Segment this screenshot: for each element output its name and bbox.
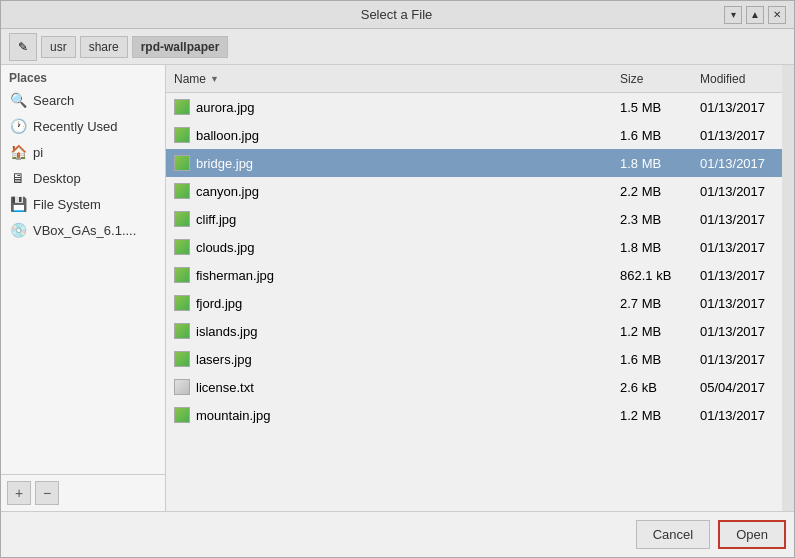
sidebar-item-filesystem-label: File System	[33, 197, 101, 212]
maximize-button[interactable]: ▲	[746, 6, 764, 24]
edit-icon: ✎	[18, 40, 28, 54]
file-size-cell: 1.6 MB	[612, 352, 692, 367]
text-file-icon	[174, 379, 190, 395]
file-name: balloon.jpg	[196, 128, 259, 143]
file-modified-cell: 01/13/2017	[692, 324, 782, 339]
scrollbar[interactable]	[782, 65, 794, 511]
home-icon: 🏠	[9, 144, 27, 160]
table-row[interactable]: lasers.jpg 1.6 MB 01/13/2017	[166, 345, 782, 373]
image-file-icon	[174, 211, 190, 227]
titlebar: Select a File ▾ ▲ ✕	[1, 1, 794, 29]
image-file-icon	[174, 323, 190, 339]
remove-bookmark-button[interactable]: −	[35, 481, 59, 505]
file-size-cell: 2.7 MB	[612, 296, 692, 311]
file-name-cell: cliff.jpg	[166, 211, 612, 227]
image-file-icon	[174, 155, 190, 171]
file-name: lasers.jpg	[196, 352, 252, 367]
file-modified-cell: 05/04/2017	[692, 380, 782, 395]
image-file-icon	[174, 239, 190, 255]
breadcrumb-usr[interactable]: usr	[41, 36, 76, 58]
table-row[interactable]: cliff.jpg 2.3 MB 01/13/2017	[166, 205, 782, 233]
sidebar-item-search-label: Search	[33, 93, 74, 108]
file-size-cell: 1.5 MB	[612, 100, 692, 115]
file-area: Name ▼ Size Modified aurora.jpg 1.5 MB 0…	[166, 65, 782, 511]
file-modified-cell: 01/13/2017	[692, 100, 782, 115]
sidebar-item-vbox[interactable]: 💿 VBox_GAs_6.1....	[1, 217, 165, 243]
file-size-cell: 2.6 kB	[612, 380, 692, 395]
image-file-icon	[174, 127, 190, 143]
file-name-cell: clouds.jpg	[166, 239, 612, 255]
file-modified-cell: 01/13/2017	[692, 156, 782, 171]
breadcrumb-share[interactable]: share	[80, 36, 128, 58]
table-row[interactable]: aurora.jpg 1.5 MB 01/13/2017	[166, 93, 782, 121]
search-icon: 🔍	[9, 92, 27, 108]
file-name: fjord.jpg	[196, 296, 242, 311]
file-name-cell: lasers.jpg	[166, 351, 612, 367]
file-name-cell: bridge.jpg	[166, 155, 612, 171]
file-size-cell: 1.6 MB	[612, 128, 692, 143]
file-modified-cell: 01/13/2017	[692, 352, 782, 367]
table-row[interactable]: clouds.jpg 1.8 MB 01/13/2017	[166, 233, 782, 261]
file-name-cell: fjord.jpg	[166, 295, 612, 311]
image-file-icon	[174, 99, 190, 115]
column-size-header[interactable]: Size	[612, 65, 692, 92]
file-modified-cell: 01/13/2017	[692, 240, 782, 255]
sidebar-item-recently-used-label: Recently Used	[33, 119, 118, 134]
file-dialog: Select a File ▾ ▲ ✕ ✎ usr share rpd-wall…	[0, 0, 795, 558]
file-size-cell: 2.2 MB	[612, 184, 692, 199]
sidebar: Places 🔍 Search 🕐 Recently Used 🏠 pi 🖥 D…	[1, 65, 166, 511]
table-row[interactable]: license.txt 2.6 kB 05/04/2017	[166, 373, 782, 401]
table-row[interactable]: canyon.jpg 2.2 MB 01/13/2017	[166, 177, 782, 205]
image-file-icon	[174, 351, 190, 367]
edit-path-button[interactable]: ✎	[9, 33, 37, 61]
file-list-header: Name ▼ Size Modified	[166, 65, 782, 93]
sidebar-item-filesystem[interactable]: 💾 File System	[1, 191, 165, 217]
file-size-cell: 1.2 MB	[612, 408, 692, 423]
file-name: aurora.jpg	[196, 100, 255, 115]
table-row[interactable]: fisherman.jpg 862.1 kB 01/13/2017	[166, 261, 782, 289]
table-row[interactable]: fjord.jpg 2.7 MB 01/13/2017	[166, 289, 782, 317]
table-row[interactable]: balloon.jpg 1.6 MB 01/13/2017	[166, 121, 782, 149]
disc-icon: 💿	[9, 222, 27, 238]
file-size-cell: 2.3 MB	[612, 212, 692, 227]
file-size-cell: 862.1 kB	[612, 268, 692, 283]
file-name-cell: canyon.jpg	[166, 183, 612, 199]
file-name-cell: balloon.jpg	[166, 127, 612, 143]
sidebar-item-pi[interactable]: 🏠 pi	[1, 139, 165, 165]
image-file-icon	[174, 267, 190, 283]
file-list: aurora.jpg 1.5 MB 01/13/2017 balloon.jpg…	[166, 93, 782, 511]
file-modified-cell: 01/13/2017	[692, 212, 782, 227]
image-file-icon	[174, 183, 190, 199]
column-name-header[interactable]: Name ▼	[166, 65, 612, 92]
file-modified-cell: 01/13/2017	[692, 268, 782, 283]
file-name: license.txt	[196, 380, 254, 395]
column-modified-header[interactable]: Modified	[692, 65, 782, 92]
cancel-button[interactable]: Cancel	[636, 520, 710, 549]
file-modified-cell: 01/13/2017	[692, 296, 782, 311]
close-button[interactable]: ✕	[768, 6, 786, 24]
table-row[interactable]: mountain.jpg 1.2 MB 01/13/2017	[166, 401, 782, 429]
sidebar-header: Places	[1, 65, 165, 87]
add-bookmark-button[interactable]: +	[7, 481, 31, 505]
sidebar-item-vbox-label: VBox_GAs_6.1....	[33, 223, 136, 238]
sidebar-item-desktop-label: Desktop	[33, 171, 81, 186]
minimize-button[interactable]: ▾	[724, 6, 742, 24]
sidebar-item-desktop[interactable]: 🖥 Desktop	[1, 165, 165, 191]
file-name-cell: license.txt	[166, 379, 612, 395]
file-name: bridge.jpg	[196, 156, 253, 171]
sidebar-item-pi-label: pi	[33, 145, 43, 160]
file-size-cell: 1.2 MB	[612, 324, 692, 339]
table-row[interactable]: islands.jpg 1.2 MB 01/13/2017	[166, 317, 782, 345]
file-name-cell: aurora.jpg	[166, 99, 612, 115]
sidebar-item-recently-used[interactable]: 🕐 Recently Used	[1, 113, 165, 139]
file-name: clouds.jpg	[196, 240, 255, 255]
table-row[interactable]: bridge.jpg 1.8 MB 01/13/2017	[166, 149, 782, 177]
image-file-icon	[174, 295, 190, 311]
breadcrumb-rpd-wallpaper[interactable]: rpd-wallpaper	[132, 36, 229, 58]
breadcrumb-bar: ✎ usr share rpd-wallpaper	[1, 29, 794, 65]
open-button[interactable]: Open	[718, 520, 786, 549]
file-name: mountain.jpg	[196, 408, 270, 423]
sidebar-item-search[interactable]: 🔍 Search	[1, 87, 165, 113]
footer: Cancel Open	[1, 511, 794, 557]
sort-arrow-icon: ▼	[210, 74, 219, 84]
